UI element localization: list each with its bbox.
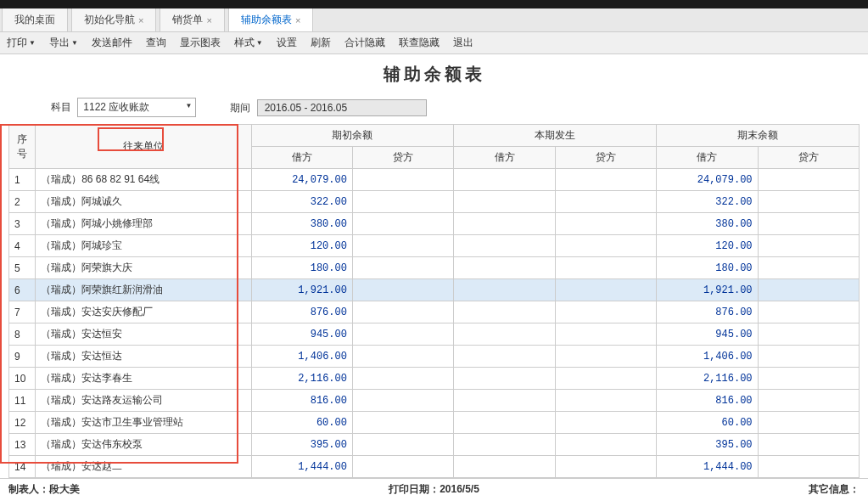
cell-cur-debit bbox=[454, 390, 555, 412]
cell-end-debit: 945.00 bbox=[657, 323, 758, 346]
col-unit[interactable]: 往来单位 bbox=[36, 125, 251, 169]
cell-end-credit bbox=[758, 169, 859, 191]
filter-bar: 科目 1122 应收账款 ▼ 期间 2016.05 - 2016.05 bbox=[0, 94, 868, 124]
col-seq[interactable]: 序号 bbox=[9, 125, 36, 169]
col-current[interactable]: 本期发生 bbox=[454, 125, 657, 147]
table-row[interactable]: 4（瑞成）阿城珍宝120.00120.00 bbox=[9, 235, 860, 257]
cell-unit: （瑞成）安达市卫生事业管理站 bbox=[36, 412, 251, 434]
table-row[interactable]: 8（瑞成）安达恒安945.00945.00 bbox=[9, 323, 860, 346]
table-row[interactable]: 14（瑞成）安达赵二1,444.001,444.00 bbox=[9, 456, 860, 478]
cell-cur-debit bbox=[454, 323, 555, 346]
tab-1[interactable]: 初始化导航× bbox=[71, 8, 156, 31]
tab-label: 销货单 bbox=[172, 13, 203, 27]
toolbar-label: 导出 bbox=[49, 36, 70, 50]
cell-open-debit: 24,079.00 bbox=[251, 169, 352, 191]
table-row[interactable]: 7（瑞成）安达安庆修配厂876.00876.00 bbox=[9, 301, 860, 323]
cell-end-debit: 1,406.00 bbox=[657, 346, 758, 368]
table-row[interactable]: 3（瑞成）阿城小姚修理部380.00380.00 bbox=[9, 213, 860, 235]
cell-end-credit bbox=[758, 213, 859, 235]
cell-cur-debit bbox=[454, 169, 555, 191]
cell-cur-debit bbox=[454, 412, 555, 434]
cell-end-credit bbox=[758, 279, 859, 301]
close-icon[interactable]: × bbox=[206, 15, 211, 25]
table-row[interactable]: 9（瑞成）安达恒达1,406.001,406.00 bbox=[9, 346, 860, 368]
cell-cur-debit bbox=[454, 434, 555, 456]
cell-cur-credit bbox=[555, 169, 656, 191]
cell-cur-credit bbox=[555, 412, 656, 434]
close-icon[interactable]: × bbox=[295, 15, 300, 25]
tab-3[interactable]: 辅助余额表× bbox=[228, 7, 313, 31]
cell-open-credit bbox=[352, 323, 453, 346]
cell-open-credit bbox=[352, 434, 453, 456]
subject-select[interactable]: 1122 应收账款 ▼ bbox=[77, 98, 196, 117]
cell-open-debit: 1,921.00 bbox=[251, 279, 352, 301]
cell-seq: 1 bbox=[9, 169, 36, 191]
chevron-down-icon: ▼ bbox=[71, 39, 78, 47]
table-row[interactable]: 13（瑞成）安达伟东校泵395.00395.00 bbox=[9, 434, 860, 456]
cell-end-credit bbox=[758, 235, 859, 257]
cell-open-debit: 2,116.00 bbox=[251, 368, 352, 390]
app-topbar bbox=[0, 0, 868, 8]
col-open-debit[interactable]: 借方 bbox=[251, 147, 352, 169]
toolbar-查询[interactable]: 查询 bbox=[146, 36, 166, 50]
cell-end-debit: 1,921.00 bbox=[657, 279, 758, 301]
cell-cur-credit bbox=[555, 434, 656, 456]
toolbar-联查隐藏[interactable]: 联查隐藏 bbox=[399, 36, 440, 50]
tab-label: 我的桌面 bbox=[14, 13, 55, 27]
toolbar-显示图表[interactable]: 显示图表 bbox=[180, 36, 221, 50]
toolbar-设置[interactable]: 设置 bbox=[277, 36, 297, 50]
toolbar-打印[interactable]: 打印▼ bbox=[7, 36, 36, 50]
period-input[interactable]: 2016.05 - 2016.05 bbox=[257, 99, 427, 116]
toolbar-导出[interactable]: 导出▼ bbox=[49, 36, 78, 50]
cell-open-debit: 322.00 bbox=[251, 191, 352, 213]
col-opening[interactable]: 期初余额 bbox=[251, 125, 454, 147]
toolbar-退出[interactable]: 退出 bbox=[453, 36, 473, 50]
col-open-credit[interactable]: 贷方 bbox=[352, 147, 453, 169]
col-cur-debit[interactable]: 借方 bbox=[454, 147, 555, 169]
close-icon[interactable]: × bbox=[138, 15, 143, 25]
cell-open-credit bbox=[352, 235, 453, 257]
print-date-value: 2016/5/5 bbox=[440, 483, 479, 495]
tab-2[interactable]: 销货单× bbox=[160, 8, 224, 31]
tab-0[interactable]: 我的桌面 bbox=[2, 8, 68, 31]
col-end-debit[interactable]: 借方 bbox=[657, 147, 758, 169]
table-row[interactable]: 12（瑞成）安达市卫生事业管理站60.0060.00 bbox=[9, 412, 860, 434]
cell-end-credit bbox=[758, 412, 859, 434]
table-row[interactable]: 6（瑞成）阿荣旗红新润滑油1,921.001,921.00 bbox=[9, 279, 860, 301]
cell-cur-debit bbox=[454, 368, 555, 390]
cell-end-debit: 120.00 bbox=[657, 235, 758, 257]
cell-open-debit: 60.00 bbox=[251, 412, 352, 434]
chevron-down-icon: ▼ bbox=[29, 39, 36, 47]
cell-open-debit: 1,406.00 bbox=[251, 346, 352, 368]
toolbar-label: 样式 bbox=[234, 36, 255, 50]
toolbar-样式[interactable]: 样式▼ bbox=[234, 36, 263, 50]
cell-cur-credit bbox=[555, 279, 656, 301]
cell-unit: （瑞成）安达路友运输公司 bbox=[36, 390, 251, 412]
cell-cur-debit bbox=[454, 191, 555, 213]
col-end-credit[interactable]: 贷方 bbox=[758, 147, 859, 169]
cell-end-debit: 395.00 bbox=[657, 434, 758, 456]
cell-seq: 2 bbox=[9, 191, 36, 213]
cell-end-debit: 1,444.00 bbox=[657, 456, 758, 478]
cell-unit: （瑞成）安达李春生 bbox=[36, 368, 251, 390]
col-ending[interactable]: 期末余额 bbox=[657, 125, 860, 147]
toolbar-刷新[interactable]: 刷新 bbox=[311, 36, 331, 50]
toolbar-合计隐藏[interactable]: 合计隐藏 bbox=[344, 36, 385, 50]
table-row[interactable]: 10（瑞成）安达李春生2,116.002,116.00 bbox=[9, 368, 860, 390]
toolbar-label: 查询 bbox=[146, 36, 166, 50]
table-row[interactable]: 1（瑞成）86 68 82 91 64线24,079.0024,079.00 bbox=[9, 169, 860, 191]
cell-cur-credit bbox=[555, 257, 656, 279]
cell-cur-debit bbox=[454, 257, 555, 279]
toolbar: 打印▼导出▼发送邮件查询显示图表样式▼设置刷新合计隐藏联查隐藏退出 bbox=[0, 32, 868, 54]
table-row[interactable]: 11（瑞成）安达路友运输公司816.00816.00 bbox=[9, 390, 860, 412]
toolbar-发送邮件[interactable]: 发送邮件 bbox=[92, 36, 132, 50]
cell-cur-debit bbox=[454, 279, 555, 301]
cell-cur-credit bbox=[555, 235, 656, 257]
table-row[interactable]: 2（瑞成）阿城诚久322.00322.00 bbox=[9, 191, 860, 213]
col-cur-credit[interactable]: 贷方 bbox=[555, 147, 656, 169]
toolbar-label: 显示图表 bbox=[180, 36, 221, 50]
chevron-down-icon: ▼ bbox=[256, 39, 263, 47]
cell-end-credit bbox=[758, 346, 859, 368]
cell-cur-credit bbox=[555, 213, 656, 235]
table-row[interactable]: 5（瑞成）阿荣旗大庆180.00180.00 bbox=[9, 257, 860, 279]
